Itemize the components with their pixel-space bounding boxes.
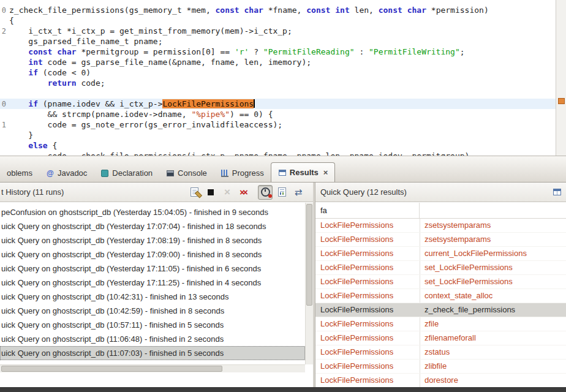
code-line[interactable]: {	[0, 15, 556, 26]
result-target-cell[interactable]: zsetsystemparams	[420, 219, 566, 232]
code-line[interactable]: 2 i_ctx_t *i_ctx_p = get_minst_from_memo…	[0, 26, 556, 36]
results-filter-row: fa	[315, 203, 566, 219]
code-line[interactable]: 0z_check_file_permissions(gs_memory_t *m…	[0, 5, 556, 15]
results-table-icon[interactable]	[553, 189, 561, 195]
scrollbar-thumb[interactable]	[306, 204, 312, 306]
result-target-cell[interactable]: zfile	[420, 317, 566, 331]
code-lines[interactable]: 0z_check_file_permissions(gs_memory_t *m…	[0, 5, 556, 156]
results-row[interactable]: LockFilePermissionszsetsystemparams	[315, 219, 566, 233]
code-line[interactable]: && strcmp(pname.iodev->dname, "%pipe%") …	[0, 109, 556, 119]
results-row[interactable]: LockFilePermissionsz_check_file_permissi…	[315, 303, 566, 317]
result-source-cell[interactable]: LockFilePermissions	[315, 345, 420, 359]
code-token	[9, 99, 28, 108]
result-source-cell[interactable]: LockFilePermissions	[315, 317, 420, 331]
code-token: (pname.iodev && i_ctx_p->	[38, 99, 163, 108]
result-source-cell[interactable]: LockFilePermissions	[315, 275, 420, 288]
code-token: gs_parsed_file_name_t pname;	[9, 37, 162, 46]
recent-runs-toggle-button[interactable]	[258, 185, 273, 200]
result-source-cell[interactable]: LockFilePermissions	[315, 331, 420, 345]
results-row[interactable]: LockFilePermissionszfilenameforall	[315, 331, 566, 345]
code-line[interactable]	[0, 88, 556, 99]
history-run-item[interactable]: uick Query on ghostscript_db (10:42:31) …	[0, 290, 305, 304]
history-run-item[interactable]: peConfusion on ghostscript_db (Yesterday…	[0, 205, 305, 219]
result-source-cell[interactable]: LockFilePermissions	[315, 219, 420, 232]
code-line[interactable]: int code = gs_parse_file_name(&pname, fn…	[0, 57, 556, 67]
history-run-list: peConfusion on ghostscript_db (Yesterday…	[0, 203, 305, 364]
history-run-item[interactable]: uick Query on ghostscript_db (10:57:11) …	[0, 318, 305, 332]
result-source-cell[interactable]: LockFilePermissions	[315, 233, 420, 246]
code-line[interactable]: return code;	[0, 78, 556, 88]
results-filter-input[interactable]: fa	[315, 203, 420, 218]
history-run-item[interactable]: uick Query on ghostscript_db (Yesterday …	[0, 219, 305, 233]
overview-ruler[interactable]	[556, 0, 566, 156]
history-run-item[interactable]: uick Query on ghostscript_db (Yesterday …	[0, 262, 305, 276]
results-row[interactable]: LockFilePermissionsset_LockFilePermissio…	[315, 261, 566, 275]
results-panel-title: Quick Query (12 results)	[315, 187, 407, 197]
result-target-cell[interactable]: set_LockFilePermissions	[420, 261, 566, 274]
result-source-cell[interactable]: LockFilePermissions	[315, 360, 420, 373]
results-row[interactable]: LockFilePermissionszsetsystemparams	[315, 233, 566, 247]
results-row[interactable]: LockFilePermissionsset_LockFilePermissio…	[315, 275, 566, 289]
result-target-cell[interactable]: set_LockFilePermissions	[420, 275, 566, 288]
tab-progress[interactable]: Progress	[214, 164, 271, 182]
tab-oblems[interactable]: oblems	[0, 164, 39, 182]
tab-label: Declaration	[112, 168, 153, 178]
results-row[interactable]: LockFilePermissionszfile	[315, 317, 566, 331]
compare-button[interactable]	[291, 185, 306, 200]
result-source-cell[interactable]: LockFilePermissions	[315, 289, 420, 303]
result-source-cell[interactable]: LockFilePermissions	[315, 303, 420, 317]
code-line[interactable]: const char *permitgroup = permission[0] …	[0, 47, 556, 57]
result-target-cell[interactable]: zfilenameforall	[420, 331, 566, 345]
delete-all-runs-button[interactable]	[236, 185, 251, 200]
code-line[interactable]: if (code < 0)	[0, 67, 556, 78]
report-button[interactable]	[274, 185, 289, 200]
history-run-item[interactable]: uick Query on ghostscript_db (11:06:48) …	[0, 332, 305, 346]
results-row[interactable]: LockFilePermissionsdorestore	[315, 374, 566, 387]
code-line[interactable]: 1 code = gs_note_error(gs_error_invalidf…	[0, 119, 556, 130]
result-target-cell[interactable]: current_LockFilePermissions	[420, 247, 566, 260]
compare-icon	[295, 187, 303, 198]
code-token: "%pipe%"	[191, 110, 230, 119]
result-target-cell[interactable]: zlibfile	[420, 360, 566, 373]
result-target-cell[interactable]: dorestore	[420, 374, 566, 387]
code-line[interactable]: }	[0, 130, 556, 140]
tab-results[interactable]: Results×	[271, 162, 336, 182]
history-run-item[interactable]: uick Query on ghostscript_db (Yesterday …	[0, 247, 305, 262]
result-source-cell[interactable]: LockFilePermissions	[315, 261, 420, 274]
result-source-cell[interactable]: LockFilePermissions	[315, 374, 420, 387]
results-row[interactable]: LockFilePermissionscontext_state_alloc	[315, 289, 566, 303]
scrollbar-thumb[interactable]	[1, 366, 222, 372]
code-editor[interactable]: 0z_check_file_permissions(gs_memory_t *m…	[0, 0, 566, 156]
history-horizontal-scrollbar[interactable]	[0, 364, 305, 372]
code-line[interactable]: 0 if (pname.iodev && i_ctx_p->LockFilePe…	[0, 99, 556, 109]
tab-declaration[interactable]: Declaration	[94, 164, 159, 182]
code-line[interactable]: gs_parsed_file_name_t pname;	[0, 36, 556, 47]
close-tab-icon[interactable]: ×	[323, 168, 328, 176]
results-row[interactable]: LockFilePermissionscurrent_LockFilePermi…	[315, 247, 566, 261]
history-vertical-scrollbar[interactable]	[305, 203, 313, 364]
result-target-cell[interactable]: zsetsystemparams	[420, 233, 566, 246]
history-run-item[interactable]: uick Query on ghostscript_db (10:42:59) …	[0, 304, 305, 318]
result-target-cell[interactable]: context_state_alloc	[420, 289, 566, 303]
result-target-cell[interactable]: z_check_file_permissions	[420, 303, 566, 317]
result-target-cell[interactable]: zstatus	[420, 345, 566, 359]
code-token	[240, 6, 244, 15]
history-run-item[interactable]: uick Query on ghostscript_db (Yesterday …	[0, 233, 305, 247]
code-line[interactable]: code = check_file_permissions(i_ctx_p, p…	[0, 151, 556, 156]
tab-console[interactable]: Console	[159, 164, 214, 182]
result-source-cell[interactable]: LockFilePermissions	[315, 247, 420, 260]
history-run-item[interactable]: uick Query on ghostscript_db (Yesterday …	[0, 276, 305, 290]
edit-query-button[interactable]	[187, 185, 202, 200]
tab-javadoc[interactable]: Javadoc	[39, 164, 94, 182]
report-icon	[278, 187, 286, 197]
results-row[interactable]: LockFilePermissionszlibfile	[315, 360, 566, 374]
code-token: char	[244, 6, 263, 15]
results-row[interactable]: LockFilePermissionszstatus	[315, 345, 566, 360]
code-line[interactable]: else {	[0, 140, 556, 151]
history-run-item[interactable]: uick Query on ghostscript_db (11:07:03) …	[0, 346, 305, 360]
code-token	[9, 68, 28, 77]
code-token: {	[48, 141, 58, 150]
delete-run-button[interactable]	[220, 185, 235, 200]
occurrence-marker-icon[interactable]	[558, 98, 565, 104]
stop-button[interactable]	[203, 185, 218, 200]
